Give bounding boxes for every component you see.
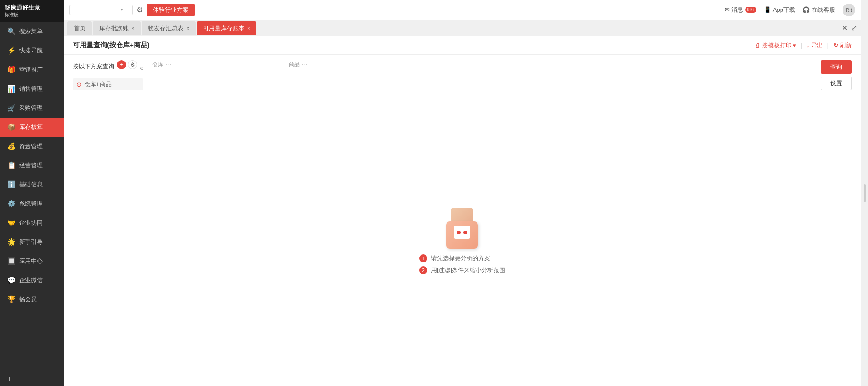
filter-title-label: 按以下方案查询 — [73, 62, 114, 71]
tab-available-ledger[interactable]: 可用量库存账本 × — [197, 21, 256, 35]
app-download-label: App下载 — [773, 6, 795, 14]
scheme-item-warehouse-goods[interactable]: ⊙ 仓库+商品 — [73, 78, 143, 90]
app-name: 畅康通好生意 — [5, 4, 40, 12]
sidebar-item-collab[interactable]: 🤝 企业协同 — [0, 213, 64, 232]
add-scheme-btn[interactable]: + — [117, 60, 126, 69]
goods-label: 商品 — [289, 61, 300, 68]
scheme-icon: ⊙ — [76, 81, 81, 88]
sidebar-item-member[interactable]: 🏆 畅会员 — [0, 290, 64, 309]
industry-btn[interactable]: 体验行业方案 — [147, 4, 195, 16]
robot-face — [454, 226, 470, 239]
tab-label: 收发存汇总表 — [148, 24, 183, 32]
settings-button[interactable]: 设置 — [821, 77, 852, 90]
empty-illustration: 1 请先选择要分析的方案 2 用[过滤]条件来缩小分析范围 — [419, 208, 505, 274]
sidebar-item-label: 应用中心 — [19, 257, 43, 265]
right-sidebar-handle[interactable] — [861, 0, 868, 386]
scheme-item-label: 仓库+商品 — [84, 80, 112, 88]
handle-bar — [864, 184, 866, 202]
refresh-btn[interactable]: ↻ 刷新 — [833, 41, 852, 50]
tab-close-all-btn[interactable]: ✕ — [842, 24, 848, 32]
export-label: 导出 — [811, 41, 823, 50]
quicknav-icon: ⚡ — [7, 46, 15, 55]
goods-more-icon[interactable]: ··· — [302, 60, 308, 68]
query-button[interactable]: 查询 — [821, 60, 852, 74]
print-label: 按模板打印 — [762, 41, 792, 50]
page-header-actions: 🖨 按模板打印 ▾ | ↓ 导出 | ↻ 刷新 — [755, 41, 852, 50]
tab-batch-ledger[interactable]: 库存批次账 × — [93, 21, 141, 35]
tab-summary[interactable]: 收发存汇总表 × — [142, 21, 195, 35]
member-icon: 🏆 — [7, 295, 15, 304]
phone-icon: 📱 — [764, 6, 771, 13]
tab-home[interactable]: 首页 — [67, 21, 92, 35]
sidebar-item-search[interactable]: 🔍 搜索菜单 — [0, 22, 64, 41]
user-area[interactable]: Rit — [843, 4, 855, 16]
tab-close-icon[interactable]: × — [247, 26, 250, 31]
robot-head — [451, 208, 473, 221]
sidebar-item-quicknav[interactable]: ⚡ 快捷导航 — [0, 41, 64, 60]
tab-close-icon[interactable]: × — [132, 26, 134, 31]
print-chevron: ▾ — [793, 42, 796, 49]
robot-body — [446, 221, 478, 249]
chevron-down-icon: ▾ — [121, 7, 123, 12]
goods-input[interactable] — [289, 70, 416, 81]
message-btn[interactable]: ✉ 消息 99+ — [725, 6, 756, 14]
tip-num-2: 2 — [419, 266, 427, 274]
sidebar-item-appcenter[interactable]: 🔲 应用中心 — [0, 252, 64, 271]
sidebar-item-inventory[interactable]: 📦 库存核算 — [0, 118, 64, 137]
export-btn[interactable]: ↓ 导出 — [807, 41, 823, 50]
warehouse-input[interactable] — [152, 70, 280, 81]
tab-maximize-btn[interactable]: ⤢ — [851, 24, 857, 32]
warehouse-more-icon[interactable]: ··· — [165, 60, 171, 68]
tab-close-icon[interactable]: × — [186, 26, 189, 31]
online-service-label: 在线客服 — [812, 6, 835, 14]
sidebar-item-management[interactable]: 📋 经营管理 — [0, 156, 64, 175]
robot-eye-left — [457, 231, 461, 234]
scheme-settings-btn[interactable]: ⚙ — [128, 60, 137, 69]
baseinfo-icon: ℹ️ — [7, 180, 15, 189]
tabs-bar: 首页 库存批次账 × 收发存汇总表 × 可用量库存账本 × ✕ ⤢ — [64, 20, 861, 36]
divider: | — [801, 42, 802, 49]
search-input[interactable] — [73, 7, 119, 13]
robot-eye-right — [463, 231, 467, 234]
refresh-label: 刷新 — [840, 41, 852, 50]
sidebar-item-label: 资金管理 — [19, 142, 43, 150]
warehouse-row: 仓库 ··· — [152, 60, 280, 68]
main-area: ▾ ⚙ 体验行业方案 ✉ 消息 99+ 📱 App下载 🎧 在线客服 Rit — [64, 0, 861, 386]
sidebar-item-label: 快捷导航 — [19, 46, 43, 55]
app-download-btn[interactable]: 📱 App下载 — [764, 6, 795, 14]
sidebar-item-label: 库存核算 — [19, 123, 43, 131]
sidebar-item-marketing[interactable]: 🎁 营销推广 — [0, 60, 64, 79]
management-icon: 📋 — [7, 161, 15, 170]
sidebar-item-label: 搜索菜单 — [19, 27, 43, 36]
message-label: 消息 — [731, 6, 743, 14]
warehouse-label: 仓库 — [152, 61, 163, 68]
sidebar-item-system[interactable]: ⚙️ 系统管理 — [0, 194, 64, 213]
search-wrapper[interactable]: ▾ — [69, 5, 133, 15]
sidebar-item-weixin[interactable]: 💬 企业微信 — [0, 271, 64, 290]
filter-icon-btns: + ⚙ — [117, 60, 137, 69]
guide-icon: 🌟 — [7, 238, 15, 246]
tabs-right: ✕ ⤢ — [842, 24, 857, 32]
print-btn[interactable]: 🖨 按模板打印 ▾ — [755, 41, 796, 50]
sales-icon: 📊 — [7, 85, 15, 93]
sidebar-item-label: 新手引导 — [19, 238, 43, 246]
online-service-btn[interactable]: 🎧 在线客服 — [802, 6, 835, 14]
collapse-icon[interactable]: « — [140, 64, 143, 72]
gear-icon[interactable]: ⚙ — [137, 5, 143, 14]
sidebar-item-guide[interactable]: 🌟 新手引导 — [0, 232, 64, 252]
sidebar-item-purchase[interactable]: 🛒 采购管理 — [0, 98, 64, 118]
sidebar-item-sales[interactable]: 📊 销售管理 — [0, 79, 64, 98]
sidebar-item-label: 系统管理 — [19, 200, 43, 208]
collab-icon: 🤝 — [7, 219, 15, 227]
user-label: Rit — [846, 7, 852, 13]
sidebar-item-label: 营销推广 — [19, 66, 43, 74]
sidebar-item-finance[interactable]: 💰 资金管理 — [0, 137, 64, 156]
system-icon: ⚙️ — [7, 200, 15, 208]
sidebar-item-base-info[interactable]: ℹ️ 基础信息 — [0, 175, 64, 194]
refresh-icon: ↻ — [833, 42, 838, 49]
weixin-icon: 💬 — [7, 276, 15, 284]
filter-actions: 查询 设置 — [821, 60, 852, 90]
finance-icon: 💰 — [7, 142, 15, 150]
sidebar-item-label: 经营管理 — [19, 161, 43, 170]
empty-tips: 1 请先选择要分析的方案 2 用[过滤]条件来缩小分析范围 — [419, 254, 505, 274]
